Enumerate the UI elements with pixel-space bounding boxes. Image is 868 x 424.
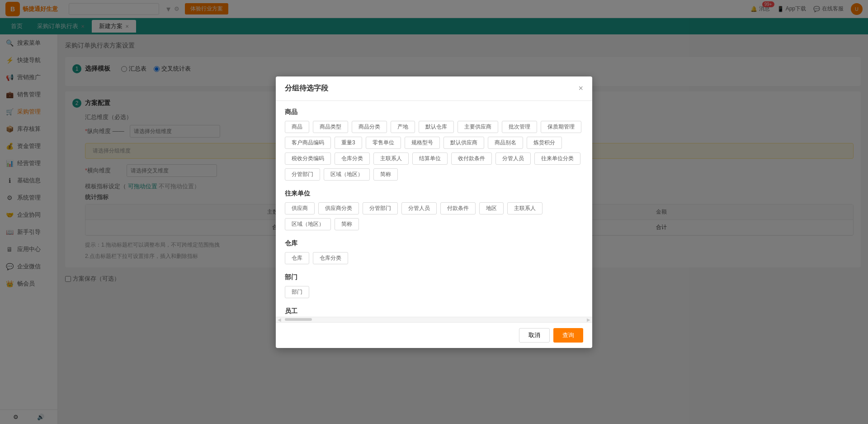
field-section-title: 商品 — [285, 108, 583, 116]
field-section-员工: 员工业务员 — [285, 307, 583, 317]
field-tag[interactable]: 区域（地区） — [324, 168, 370, 181]
field-tag[interactable]: 批次管理 — [502, 121, 537, 133]
field-tag[interactable]: 分管部门 — [363, 202, 398, 214]
field-section-title: 往来单位 — [285, 190, 583, 198]
field-tag[interactable]: 商品分类 — [352, 121, 387, 133]
field-tag[interactable]: 结算单位 — [412, 152, 448, 165]
field-tag[interactable]: 零售单位 — [366, 137, 401, 149]
field-tag[interactable]: 仓库 — [285, 252, 309, 264]
field-tag[interactable]: 收付款条件 — [451, 152, 492, 165]
field-tag[interactable]: 分管人员 — [401, 202, 437, 214]
field-tag[interactable]: 分管部门 — [285, 168, 320, 181]
modal-footer: 取消 查询 — [276, 322, 592, 348]
field-tag[interactable]: 商品 — [285, 121, 309, 133]
field-tag[interactable]: 客户商品编码 — [285, 137, 331, 149]
field-tag[interactable]: 默认供应商 — [443, 137, 484, 149]
field-section-title: 员工 — [285, 307, 583, 315]
field-tag[interactable]: 地区 — [479, 202, 504, 214]
modal-hscroll[interactable]: ◀ ▶ — [276, 317, 592, 322]
field-tag[interactable]: 往来单位分类 — [534, 152, 580, 165]
field-section-title: 仓库 — [285, 239, 583, 248]
field-tag[interactable]: 规格型号 — [405, 137, 440, 149]
field-tag[interactable]: 简称 — [373, 168, 398, 181]
modal-cancel-btn[interactable]: 取消 — [519, 328, 550, 343]
field-tag[interactable]: 炼货积分 — [527, 137, 562, 149]
modal-close-btn[interactable]: × — [578, 84, 583, 93]
field-tag[interactable]: 仓库分类 — [313, 252, 348, 264]
modal-overlay: 分组待选字段 × 商品商品商品类型商品分类产地默认仓库主要供应商批次管理保质期管… — [0, 0, 868, 424]
field-tag[interactable]: 保质期管理 — [541, 121, 581, 133]
modal-header: 分组待选字段 × — [276, 76, 592, 101]
field-tags-仓库: 仓库仓库分类 — [285, 252, 583, 264]
field-tag[interactable]: 商品别名 — [488, 137, 523, 149]
field-tag[interactable]: 部门 — [285, 286, 309, 298]
field-tag[interactable]: 简称 — [335, 218, 359, 230]
field-select-modal: 分组待选字段 × 商品商品商品类型商品分类产地默认仓库主要供应商批次管理保质期管… — [276, 76, 592, 348]
modal-body: 商品商品商品类型商品分类产地默认仓库主要供应商批次管理保质期管理客户商品编码重量… — [276, 101, 592, 317]
field-tag[interactable]: 仓库分类 — [335, 152, 370, 165]
field-tag[interactable]: 税收分类编码 — [285, 152, 331, 165]
modal-confirm-btn[interactable]: 查询 — [553, 328, 583, 343]
field-tag[interactable]: 默认仓库 — [419, 121, 454, 133]
field-tag[interactable]: 主联系人 — [373, 152, 409, 165]
field-tags-往来单位: 供应商供应商分类分管部门分管人员付款条件地区主联系人区域（地区）简称 — [285, 202, 583, 230]
field-tags-商品: 商品商品类型商品分类产地默认仓库主要供应商批次管理保质期管理客户商品编码重量3零… — [285, 121, 583, 181]
field-tag[interactable]: 供应商分类 — [318, 202, 359, 214]
field-section-仓库: 仓库仓库仓库分类 — [285, 239, 583, 264]
field-tags-部门: 部门 — [285, 286, 583, 298]
field-tag[interactable]: 主要供应商 — [458, 121, 498, 133]
field-section-部门: 部门部门 — [285, 273, 583, 298]
field-tag[interactable]: 分管人员 — [495, 152, 531, 165]
field-tag[interactable]: 付款条件 — [440, 202, 476, 214]
field-section-商品: 商品商品商品类型商品分类产地默认仓库主要供应商批次管理保质期管理客户商品编码重量… — [285, 108, 583, 181]
field-section-title: 部门 — [285, 273, 583, 281]
modal-title: 分组待选字段 — [285, 84, 328, 93]
hscroll-bar[interactable] — [285, 318, 312, 321]
field-section-往来单位: 往来单位供应商供应商分类分管部门分管人员付款条件地区主联系人区域（地区）简称 — [285, 190, 583, 230]
field-tag[interactable]: 主联系人 — [507, 202, 542, 214]
field-tag[interactable]: 商品类型 — [313, 121, 348, 133]
field-tag[interactable]: 产地 — [391, 121, 415, 133]
field-tag[interactable]: 供应商 — [285, 202, 315, 214]
field-tag[interactable]: 区域（地区） — [285, 218, 331, 230]
field-tag[interactable]: 重量3 — [335, 137, 362, 149]
